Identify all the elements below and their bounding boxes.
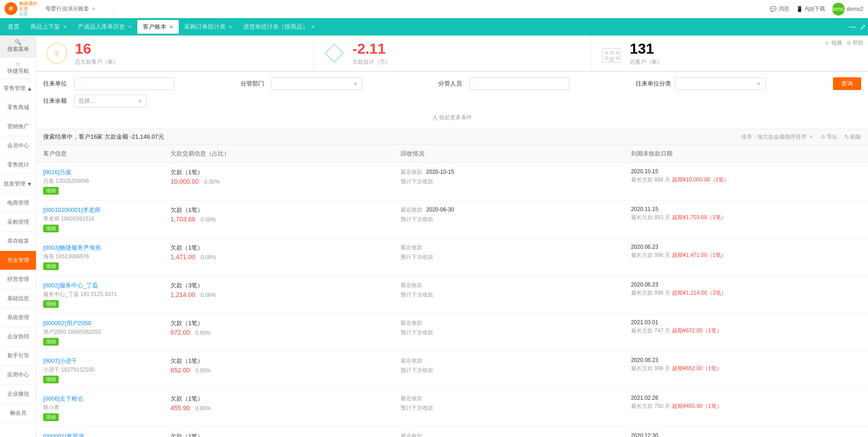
- sidebar-item-enterprise-wechat[interactable]: 企业微信: [0, 385, 36, 404]
- sidebar-item-inventory-check[interactable]: 库存核算: [0, 232, 36, 251]
- sidebar-item-purchase-mgmt[interactable]: 采购管理: [0, 213, 36, 232]
- filter-input-source-unit-category[interactable]: ▼: [675, 77, 766, 90]
- customer-name-link-6[interactable]: [0006]去下粮仓: [43, 395, 83, 402]
- filter-input-source-balance[interactable]: 选择... ▼: [74, 95, 147, 107]
- tab-customer-account[interactable]: 客户账本 ✕: [137, 20, 179, 34]
- close-tab-purchase-order[interactable]: ✕: [228, 24, 232, 30]
- user-profile[interactable]: demo2 demo2: [832, 3, 863, 15]
- filter-label-source-balance: 往来余额: [43, 97, 70, 105]
- contact-4: 用户2050 18665062050: [43, 328, 171, 336]
- sidebar-item-capital-mgmt[interactable]: 资金管理: [0, 251, 36, 270]
- tab-inventory-stats[interactable]: 进货单统计表（按商品） ✕: [238, 20, 321, 34]
- sidebar-item-member-center[interactable]: 会员中心: [0, 136, 36, 156]
- customer-name-link-2[interactable]: [0003]畅捷服务尹海燕: [43, 244, 101, 251]
- building-icon: [600, 42, 623, 65]
- close-tab-inventory-stats[interactable]: ✕: [311, 24, 315, 30]
- sidebar-item-app-center[interactable]: 应用中心: [0, 366, 36, 385]
- company-name: 母婴行业演示账套: [45, 5, 89, 13]
- close-tab-customer-account[interactable]: ✕: [169, 24, 173, 30]
- star-icon: ☆: [15, 61, 20, 67]
- yuan-icon: ¥: [45, 42, 68, 65]
- app-download-btn[interactable]: 📱 App下载: [796, 5, 825, 13]
- maximize-icon[interactable]: ⤢: [860, 23, 866, 31]
- logo-area: 好 畅捷通好生意 示范: [5, 1, 41, 17]
- debt-count-5: 欠款（1笔）: [171, 357, 401, 365]
- result-bar: 搜索结果中，客户16家 欠款金额 -21,148.07元 排序：按欠款金额倒序排…: [36, 129, 868, 145]
- filter-input-source-unit[interactable]: ···: [74, 77, 174, 90]
- customer-name-link-7[interactable]: [000001]黄思源: [43, 433, 84, 437]
- customer-name-link-4[interactable]: [000002]用户2050: [43, 320, 91, 326]
- tab-home[interactable]: 首页: [2, 20, 25, 34]
- tag-6: 现销: [43, 413, 59, 421]
- debt-amount-2: 1,471.00: [171, 253, 196, 261]
- overdue-amount-link-0016[interactable]: 超期¥10,000.00（1笔）: [672, 176, 730, 183]
- query-button[interactable]: 查询: [833, 77, 861, 90]
- recovery-info-4: 最近收款 预计下次收款: [401, 319, 631, 337]
- message-btn[interactable]: 💬 消息: [770, 5, 789, 13]
- search-menu-btn[interactable]: 🔍 搜索菜单: [0, 35, 36, 57]
- logo-text: 畅捷通好生意: [19, 1, 41, 12]
- stat-number-debt-amount: -2.11: [352, 40, 391, 57]
- customer-name-link-3[interactable]: [0002]服务中心_丁磊: [43, 282, 98, 289]
- tag-0016: 现销: [43, 187, 59, 195]
- sidebar-item-enterprise-coop[interactable]: 企业协同: [0, 327, 36, 347]
- sidebar-item-system-mgmt[interactable]: 系统管理: [0, 308, 36, 327]
- overdue-amount-link-4[interactable]: 超期¥672.00（1笔）: [672, 327, 722, 334]
- col-header-customer-info: 客户信息: [43, 150, 171, 158]
- overdue-amount-link-3[interactable]: 超期¥1,214.00（3笔）: [672, 290, 727, 296]
- close-tab-products[interactable]: ✕: [63, 24, 67, 30]
- customer-name-link-0016[interactable]: [0016]吕俊: [43, 169, 71, 176]
- overdue-amount-link-2[interactable]: 超期¥1,471.00（1笔）: [672, 252, 727, 258]
- sidebar-item-marketing[interactable]: 营销推广: [0, 117, 36, 136]
- sidebar-item-retail-stats[interactable]: 零售统计: [0, 156, 36, 175]
- sidebar-item-retail-mall[interactable]: 零售商城: [0, 98, 36, 117]
- refresh-icon: ↻: [844, 134, 849, 140]
- sidebar-item-batch-mgmt[interactable]: 批发管理 ▼: [0, 175, 36, 194]
- contact-3: 服务中心_丁磊 181 0125 8371: [43, 291, 171, 298]
- refresh-btn[interactable]: ↻ 刷新: [844, 133, 861, 141]
- tab-production[interactable]: 产成品入库单历史 ✕: [72, 20, 137, 34]
- contact-0016: 吕俊 13026203696: [43, 177, 171, 185]
- collapse-more-btn[interactable]: ⋀ 收起更多条件: [43, 112, 861, 123]
- result-info-text: 搜索结果中，客户16家 欠款金额 -21,148.07元: [43, 133, 164, 141]
- contact-1: 李老师 18600391516: [43, 215, 171, 223]
- svg-rect-8: [616, 56, 619, 60]
- sidebar-item-retail-mgmt[interactable]: 零售管理 ▲: [0, 79, 36, 98]
- sidebar-item-beginner-guide[interactable]: 新手引导: [0, 347, 36, 366]
- tab-products[interactable]: 商品上下架 ✕: [25, 20, 72, 34]
- debt-amount-3: 1,214.00: [171, 291, 196, 298]
- company-selector[interactable]: 母婴行业演示账套 ▼: [41, 5, 114, 13]
- tab-purchase-order[interactable]: 采购订单统计表 ✕: [179, 20, 238, 34]
- export-btn[interactable]: ⊙ 导出: [821, 133, 838, 141]
- close-tab-production[interactable]: ✕: [128, 24, 132, 30]
- customer-name-link-5[interactable]: [0007]小进千: [43, 357, 77, 364]
- avatar: demo2: [832, 3, 845, 15]
- customer-info-0007: [0007]小进千 小进千 18279152100 现销: [43, 357, 171, 383]
- customer-name-link-1[interactable]: [00010200001]李老师: [43, 206, 100, 213]
- debt-ratio-5: 0.00%: [195, 367, 211, 374]
- debt-count-7: 欠款（1笔）: [171, 432, 401, 437]
- sidebar-item-vip-member[interactable]: 畅会员: [0, 404, 36, 423]
- sidebar-item-ecommerce[interactable]: 电商管理: [0, 194, 36, 213]
- filter-manager: 分管人员 ···: [438, 77, 629, 90]
- filter-input-manager[interactable]: ···: [469, 77, 569, 90]
- debt-ratio-2: 0.00%: [201, 254, 216, 261]
- video-link[interactable]: ⊙ 视频: [825, 39, 842, 47]
- quick-nav-btn[interactable]: ☆ 快捷导航: [0, 57, 36, 79]
- overdue-amount-link-5[interactable]: 超期¥652.00（1笔）: [672, 365, 722, 372]
- debt-amount-6: 455.90: [171, 404, 190, 412]
- stat-debt-amount-content: -2.11 欠款合计（万）: [352, 40, 391, 66]
- help-link[interactable]: ⊘ 帮助: [847, 39, 863, 47]
- overdue-amount-link-6[interactable]: 超期¥455.90（1笔）: [672, 403, 722, 409]
- filter-row-1: 往来单位 ··· 分管部门 ▼ 分管人员 ···: [43, 77, 861, 90]
- filter-input-department[interactable]: ▼: [271, 77, 362, 90]
- sort-selector[interactable]: 排序：按欠款金额倒序排序 ▼: [741, 133, 814, 141]
- sidebar-item-basic-info[interactable]: 基础信息: [0, 289, 36, 308]
- customer-info-000002: [000002]用户2050 用户2050 18665062050 现销: [43, 319, 171, 346]
- export-icon: ⊙: [821, 134, 825, 140]
- minimize-icon[interactable]: —: [849, 23, 856, 31]
- chevron-icon-batch: ▼: [27, 181, 32, 187]
- sidebar-item-ops-mgmt[interactable]: 经营管理: [0, 270, 36, 289]
- overdue-amount-link-1[interactable]: 超期¥1,703.68（1笔）: [672, 214, 727, 221]
- table-row: [0002]服务中心_丁磊 服务中心_丁磊 181 0125 8371 现销 欠…: [36, 276, 868, 314]
